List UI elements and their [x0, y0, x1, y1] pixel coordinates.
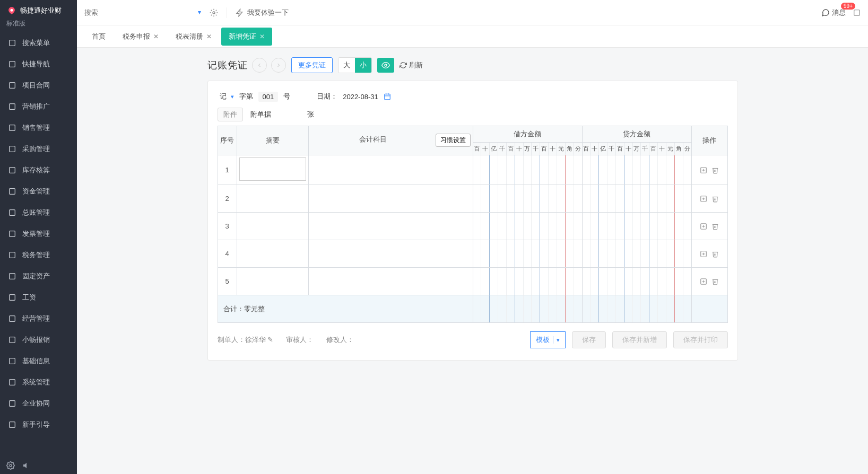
preview-button[interactable]	[377, 58, 394, 73]
next-voucher-button[interactable]	[271, 58, 286, 73]
edit-icon[interactable]: ✎	[267, 336, 273, 344]
debit-cell[interactable]	[473, 268, 582, 295]
close-icon[interactable]: ✕	[206, 33, 212, 40]
col-op-header: 操作	[691, 126, 727, 155]
digit-label: 分	[683, 143, 691, 155]
sidebar-item-tax[interactable]: 税务管理	[0, 244, 77, 266]
sidebar-item-label: 工资	[22, 293, 36, 302]
sidebar-item-sales[interactable]: 销售管理	[0, 117, 77, 138]
debit-cell[interactable]	[473, 213, 582, 240]
digit-label: 十	[549, 143, 557, 155]
sidebar-item-project-contract[interactable]: 项目合同	[0, 75, 77, 96]
close-icon[interactable]: ✕	[259, 33, 265, 40]
promo-link[interactable]: 我要体验一下	[236, 8, 289, 17]
search-input[interactable]	[84, 5, 198, 20]
subject-cell[interactable]	[308, 240, 473, 268]
credit-cell[interactable]	[582, 240, 691, 268]
digit-label: 元	[666, 143, 675, 155]
settings-gear-icon[interactable]	[6, 461, 15, 470]
sidebar-item-inventory[interactable]: 库存核算	[0, 160, 77, 181]
sidebar-item-basic-info[interactable]: 基础信息	[0, 350, 77, 372]
summary-cell[interactable]	[237, 213, 308, 240]
save-button[interactable]: 保存	[572, 331, 606, 348]
size-large-button[interactable]: 大	[338, 58, 355, 73]
subject-cell[interactable]	[308, 268, 473, 295]
sidebar-item-quick-nav[interactable]: 快捷导航	[0, 54, 77, 75]
seq-cell: 2	[218, 185, 237, 213]
voucher-type-select[interactable]: 记 ▾	[218, 91, 234, 102]
sidebar-item-marketing[interactable]: 营销推广	[0, 96, 77, 117]
svg-rect-17	[10, 380, 15, 385]
sidebar-item-fixed-assets[interactable]: 固定资产	[0, 266, 77, 287]
sidebar-item-invoice[interactable]: 发票管理	[0, 223, 77, 244]
gear-icon[interactable]	[210, 8, 218, 17]
habit-settings-button[interactable]: 习惯设置	[436, 134, 471, 147]
sidebar-item-xiaochang[interactable]: 小畅报销	[0, 329, 77, 350]
volume-icon[interactable]	[22, 461, 31, 470]
save-and-print-button[interactable]: 保存并打印	[673, 331, 728, 348]
subject-cell[interactable]	[308, 155, 473, 185]
more-vouchers-button[interactable]: 更多凭证	[291, 57, 333, 73]
add-row-icon[interactable]	[700, 250, 707, 258]
delete-row-icon[interactable]	[711, 195, 719, 203]
sidebar-item-label: 销售管理	[22, 123, 50, 133]
sidebar-item-salary[interactable]: 工资	[0, 287, 77, 308]
sidebar-item-guide[interactable]: 新手引导	[0, 414, 77, 435]
svg-point-20	[10, 464, 12, 467]
delete-row-icon[interactable]	[711, 250, 719, 258]
prev-voucher-button[interactable]	[252, 58, 267, 73]
close-icon[interactable]: ✕	[153, 33, 159, 40]
sidebar-item-operation[interactable]: 经营管理	[0, 308, 77, 329]
cart-in-icon	[7, 144, 17, 154]
expand-icon[interactable]	[853, 9, 861, 16]
credit-cell[interactable]	[582, 185, 691, 213]
sidebar-item-label: 新手引导	[22, 420, 50, 429]
delete-row-icon[interactable]	[711, 278, 719, 285]
add-row-icon[interactable]	[700, 278, 707, 285]
credit-cell[interactable]	[582, 155, 691, 185]
voucher-date[interactable]: 2022-08-31	[343, 93, 378, 101]
debit-cell[interactable]	[473, 155, 582, 185]
summary-input[interactable]	[239, 157, 306, 181]
svg-rect-14	[10, 316, 15, 322]
add-row-icon[interactable]	[700, 166, 707, 174]
tab-首页[interactable]: 首页	[84, 28, 113, 46]
add-row-icon[interactable]	[700, 195, 707, 203]
template-button[interactable]: 模板 ▾	[530, 331, 566, 348]
summary-cell[interactable]	[237, 268, 308, 295]
delete-row-icon[interactable]	[711, 166, 719, 174]
calendar-icon[interactable]	[384, 93, 391, 100]
tab-新增凭证[interactable]: 新增凭证✕	[221, 28, 272, 46]
sidebar-item-system[interactable]: 系统管理	[0, 372, 77, 393]
credit-cell[interactable]	[582, 268, 691, 295]
summary-cell[interactable]	[237, 240, 308, 268]
messages-button[interactable]: 消息 99+	[821, 8, 846, 17]
sidebar-item-collab[interactable]: 企业协同	[0, 393, 77, 414]
total-row: 合计：零元整	[218, 295, 727, 323]
tab-税表清册[interactable]: 税表清册✕	[168, 28, 219, 46]
subject-cell[interactable]	[308, 185, 473, 213]
sidebar-item-label: 基础信息	[22, 356, 50, 366]
digit-label: 十	[515, 143, 524, 155]
delete-row-icon[interactable]	[711, 223, 719, 230]
size-small-button[interactable]: 小	[355, 58, 371, 73]
debit-cell[interactable]	[473, 185, 582, 213]
sidebar-item-ledger[interactable]: 总账管理	[0, 202, 77, 223]
page-title: 记账凭证	[207, 59, 248, 72]
chevron-down-icon[interactable]: ▾	[198, 8, 201, 16]
credit-cell[interactable]	[582, 213, 691, 240]
sidebar-item-purchase[interactable]: 采购管理	[0, 138, 77, 160]
tab-税务申报[interactable]: 税务申报✕	[115, 28, 166, 46]
save-and-new-button[interactable]: 保存并新增	[612, 331, 667, 348]
add-row-icon[interactable]	[700, 223, 707, 230]
subject-cell[interactable]	[308, 213, 473, 240]
sidebar-item-funds[interactable]: 资金管理	[0, 181, 77, 202]
voucher-number[interactable]: 001	[258, 92, 279, 102]
debit-cell[interactable]	[473, 240, 582, 268]
summary-cell[interactable]	[237, 155, 308, 185]
sidebar-item-search-menu[interactable]: 搜索菜单	[0, 32, 77, 54]
refresh-button[interactable]: 刷新	[400, 60, 423, 70]
messages-badge: 99+	[841, 3, 855, 10]
summary-cell[interactable]	[237, 185, 308, 213]
attach-button[interactable]: 附件	[218, 108, 243, 121]
